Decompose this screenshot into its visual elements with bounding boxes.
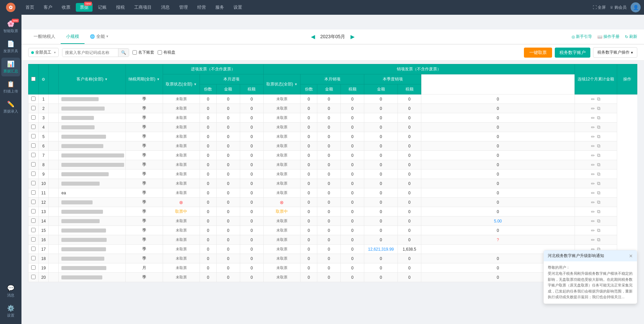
row-checkbox-cell[interactable] xyxy=(29,123,39,132)
nav-bookkeeping[interactable]: 记账 xyxy=(94,3,111,12)
one-click-ticket-button[interactable]: 一键取票 xyxy=(524,48,552,58)
row-checkbox[interactable] xyxy=(31,237,36,242)
row-checkbox[interactable] xyxy=(31,181,36,185)
refresh-button[interactable]: ↻ 刷新 xyxy=(625,34,637,40)
row-checkbox-cell[interactable] xyxy=(29,245,39,254)
select-all-checkbox[interactable] xyxy=(31,77,36,81)
row-checkbox-cell[interactable] xyxy=(29,254,39,263)
sidebar-item-settings[interactable]: ⚙️ 设置 xyxy=(1,302,20,321)
edit-icon[interactable]: ✏ xyxy=(591,218,595,224)
row-checkbox[interactable] xyxy=(31,106,36,110)
copy-icon[interactable]: ⧉ xyxy=(597,199,600,205)
row-checkbox-cell[interactable] xyxy=(29,179,39,188)
checkbox-label-taxpad[interactable]: 有税盘 xyxy=(158,50,175,55)
filter-icon[interactable]: ▼ xyxy=(105,77,108,81)
edit-icon[interactable]: ✏ xyxy=(591,181,595,186)
row-checkbox[interactable] xyxy=(31,134,36,138)
next-month-button[interactable]: ▶ xyxy=(348,33,357,41)
sidebar-item-invoice-summary[interactable]: 📊 票据汇总 xyxy=(1,58,20,76)
edit-icon[interactable]: ✏ xyxy=(591,209,595,214)
row-checkbox-cell[interactable] xyxy=(29,273,39,282)
row-checkbox-cell[interactable] xyxy=(29,94,39,104)
row-checkbox[interactable] xyxy=(31,172,36,176)
tax-account-ops-button[interactable]: 税务数字账户操作 ▾ xyxy=(593,47,637,58)
header-settings[interactable]: ⚙ xyxy=(39,64,49,94)
copy-icon[interactable]: ⧉ xyxy=(597,171,600,177)
nav-invoice[interactable]: 票据 new xyxy=(76,3,93,12)
edit-icon[interactable]: ✏ xyxy=(591,115,595,121)
row-checkbox[interactable] xyxy=(31,153,36,157)
edit-icon[interactable]: ✏ xyxy=(591,237,595,243)
avatar[interactable]: 👤 xyxy=(631,2,641,12)
tab-small-scale[interactable]: 小规模 xyxy=(61,29,85,44)
edit-icon[interactable]: ✏ xyxy=(591,134,595,139)
row-checkbox[interactable] xyxy=(31,190,36,195)
row-checkbox-cell[interactable] xyxy=(29,113,39,123)
edit-icon[interactable]: ✏ xyxy=(591,172,595,177)
new-guide-button[interactable]: ◎ 新手引导 xyxy=(572,34,592,40)
filter-icon[interactable]: ▼ xyxy=(194,82,197,86)
row-checkbox-cell[interactable] xyxy=(29,207,39,216)
edit-icon[interactable]: ✏ xyxy=(591,153,595,158)
copy-icon[interactable]: ⧉ xyxy=(597,96,600,102)
edit-icon[interactable]: ✏ xyxy=(591,143,595,149)
row-checkbox-cell[interactable] xyxy=(29,141,39,151)
fullscreen-button[interactable]: ⛶ 全屏 xyxy=(593,5,606,10)
season-amount-link[interactable]: 12,621,319.99 xyxy=(368,247,394,252)
nav-receive[interactable]: 收票 xyxy=(58,3,74,12)
row-checkbox-cell[interactable] xyxy=(29,160,39,170)
copy-icon[interactable]: ⧉ xyxy=(597,162,600,168)
copy-icon[interactable]: ⧉ xyxy=(597,209,600,214)
row-checkbox[interactable] xyxy=(31,265,36,270)
row-checkbox-cell[interactable] xyxy=(29,263,39,273)
row-checkbox-cell[interactable] xyxy=(29,151,39,160)
row-checkbox[interactable] xyxy=(31,200,36,204)
row-checkbox[interactable] xyxy=(31,115,36,120)
copy-icon[interactable]: ⧉ xyxy=(597,237,600,243)
row-checkbox-cell[interactable] xyxy=(29,226,39,235)
edit-icon[interactable]: ✏ xyxy=(591,96,595,102)
search-input[interactable] xyxy=(62,49,118,57)
nav-home[interactable]: 首页 xyxy=(21,3,38,12)
copy-icon[interactable]: ⧉ xyxy=(597,115,600,121)
sidebar-item-invoice-entry[interactable]: ✏️ 票据录入 xyxy=(1,98,20,117)
edit-icon[interactable]: ✏ xyxy=(591,190,595,196)
sidebar-item-message[interactable]: 💬 消息 xyxy=(1,282,20,301)
tab-all[interactable]: 🌐 全能 ▾ xyxy=(85,29,114,44)
ledger-checkbox[interactable] xyxy=(132,50,137,55)
tab-general-taxpayer[interactable]: 一般纳税人 xyxy=(28,29,61,44)
manual-button[interactable]: 📖 操作手册 xyxy=(597,34,620,40)
row-checkbox[interactable] xyxy=(31,143,36,148)
copy-icon[interactable]: ⧉ xyxy=(597,134,600,139)
filter-icon[interactable]: ▼ xyxy=(157,77,160,81)
checkbox-label-ledger[interactable]: 名下账套 xyxy=(132,50,154,55)
notification-close-button[interactable]: ✕ xyxy=(629,253,633,259)
nav-business[interactable]: 工商项目 xyxy=(130,3,156,12)
tax-account-button[interactable]: 税务数字账户 xyxy=(555,48,590,58)
nav-manage[interactable]: 管理 xyxy=(175,3,192,12)
member-button[interactable]: ♕ 购会员 xyxy=(610,5,627,10)
taxpad-checkbox[interactable] xyxy=(158,50,162,55)
sidebar-item-invoice-issue[interactable]: 📄 发票开具 xyxy=(1,38,20,56)
search-button[interactable]: 🔍 xyxy=(118,49,129,57)
copy-icon[interactable]: ⧉ xyxy=(597,143,600,149)
sidebar-item-scan-upload[interactable]: 📋 扫描上传 xyxy=(1,78,20,96)
copy-icon[interactable]: ⧉ xyxy=(597,218,600,224)
row-checkbox[interactable] xyxy=(31,209,36,213)
cumulative-link[interactable]: 5.00 xyxy=(494,219,502,223)
edit-icon[interactable]: ✏ xyxy=(591,106,595,111)
row-checkbox-cell[interactable] xyxy=(29,198,39,207)
row-checkbox[interactable] xyxy=(31,162,36,167)
edit-icon[interactable]: ✏ xyxy=(591,228,595,233)
row-checkbox-cell[interactable] xyxy=(29,188,39,198)
edit-icon[interactable]: ✏ xyxy=(591,162,595,168)
row-checkbox[interactable] xyxy=(31,228,36,232)
row-checkbox-cell[interactable] xyxy=(29,104,39,113)
row-checkbox-cell[interactable] xyxy=(29,235,39,245)
copy-icon[interactable]: ⧉ xyxy=(597,124,600,130)
prev-month-button[interactable]: ◀ xyxy=(309,33,317,41)
row-checkbox[interactable] xyxy=(31,275,36,279)
copy-icon[interactable]: ⧉ xyxy=(597,152,600,158)
row-checkbox[interactable] xyxy=(31,247,36,251)
copy-icon[interactable]: ⧉ xyxy=(597,228,600,233)
